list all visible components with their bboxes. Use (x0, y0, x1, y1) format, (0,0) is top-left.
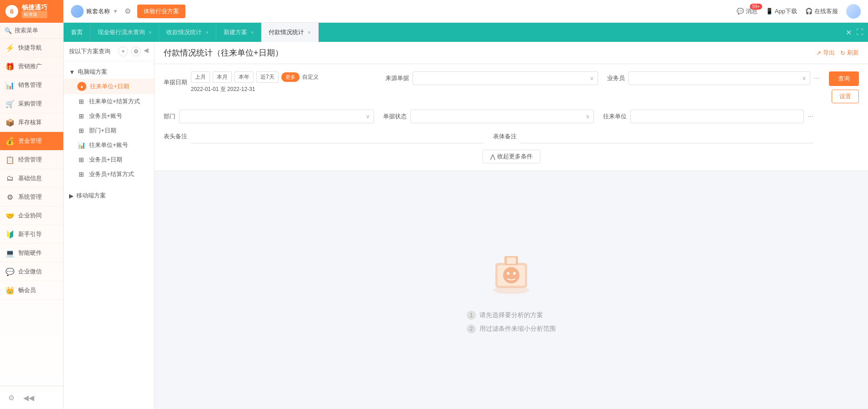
wechat-icon: 💬 (5, 267, 15, 276)
salesman-label: 业务员 (607, 74, 625, 82)
scheme-item-salesman-account[interactable]: ⊞ 业务员+账号 (64, 109, 154, 123)
date-more-btn[interactable]: 更多 (281, 72, 299, 82)
date-this-month-btn[interactable]: 本月 (213, 71, 232, 83)
date-custom-label[interactable]: 自定义 (302, 73, 319, 81)
tab-home[interactable]: 首页 (64, 23, 90, 42)
message-btn[interactable]: 💬 消息 99+ (737, 7, 758, 15)
tab-bank-flow-close-icon[interactable]: × (149, 30, 151, 35)
tab-payment-stats[interactable]: 付款情况统计 × (261, 23, 318, 42)
filter-settings-btn[interactable]: 设置 (832, 90, 859, 103)
scheme-collapse-icon[interactable]: ◀ (144, 46, 149, 56)
sidebar-item-finance[interactable]: 💰 资金管理 (0, 132, 63, 151)
doc-status-chevron-icon: ∨ (586, 113, 590, 120)
page-title: 付款情况统计（往来单位+日期） (164, 47, 283, 58)
tab-collection-label: 收款情况统计 (166, 28, 202, 36)
logo: 6 畅捷通巧 标准版 (0, 0, 63, 23)
sidebar-item-corp[interactable]: 🤝 企业协同 (0, 207, 63, 225)
collapse-label: 收起更多条件 (497, 152, 533, 161)
doc-status-select[interactable]: ∨ (410, 110, 594, 123)
dept-label: 部门 (164, 112, 175, 121)
scheme-table-icon: ⊞ (77, 112, 85, 120)
source-select[interactable]: ∨ (413, 71, 598, 85)
sidebar-item-operations[interactable]: 📋 经营管理 (0, 151, 63, 169)
sidebar-item-purchase[interactable]: 🛒 采购管理 (0, 95, 63, 113)
note-header-label: 表头备注 (164, 132, 187, 141)
note-header-input[interactable] (191, 130, 484, 143)
sidebar-item-hardware[interactable]: 💻 智能硬件 (0, 244, 63, 263)
sidebar-item-label: 销售管理 (18, 81, 42, 89)
query-btn[interactable]: 查询 (829, 71, 859, 86)
note-body-input[interactable] (520, 130, 813, 143)
account-selector[interactable]: 账套名称 ▼ (71, 5, 118, 18)
filter-note-body-item: 表体备注 (493, 130, 813, 143)
scheme-table-icon: ⊞ (77, 97, 85, 106)
scheme-settings-btn[interactable]: ⚙ (131, 46, 141, 56)
date-last-month-btn[interactable]: 上月 (191, 71, 210, 83)
sidebar-item-label: 资金管理 (18, 137, 42, 145)
topbar-gear-icon[interactable]: ⚙ (125, 7, 131, 15)
date-this-year-btn[interactable]: 本年 (234, 71, 254, 83)
sidebar-collapse-btn[interactable]: ◀◀ (22, 391, 35, 404)
try-industry-btn[interactable]: 体验行业方案 (137, 5, 185, 18)
user-avatar[interactable] (846, 4, 861, 19)
refresh-btn[interactable]: ↻ 刷新 (840, 49, 859, 57)
scheme-item-salesman-date[interactable]: ⊞ 业务员+日期 (64, 152, 154, 167)
dept-select[interactable]: ∨ (179, 110, 374, 123)
scheme-item-dept-date[interactable]: ⊞ 部门+日期 (64, 123, 154, 138)
app-download-btn[interactable]: 📱 App下载 (766, 7, 797, 15)
inventory-icon: 📦 (5, 118, 15, 127)
corp-icon: 🤝 (5, 211, 15, 220)
svg-point-3 (503, 267, 519, 283)
tab-payment-stats-close-icon[interactable]: × (308, 30, 310, 35)
tab-new-scheme-close-icon[interactable]: × (251, 30, 254, 35)
partner-more-icon[interactable]: ··· (808, 112, 813, 121)
tab-new-scheme[interactable]: 新建方案 × (216, 23, 261, 42)
online-service-btn[interactable]: 🎧 在线客服 (805, 7, 838, 15)
app-download-label: App下载 (775, 7, 797, 15)
sidebar-item-inventory[interactable]: 📦 库存核算 (0, 113, 63, 132)
partner-select[interactable] (630, 110, 804, 123)
sidebar-item-guide[interactable]: 🔰 新手引导 (0, 225, 63, 244)
tab-bank-flow[interactable]: 现金银行流水查询 × (90, 23, 159, 42)
scheme-item-salesman-settlement[interactable]: ⊞ 业务员+结算方式 (64, 167, 154, 182)
sidebar-settings-btn[interactable]: ⚙ (5, 391, 18, 404)
date-range-value: 2022-01-01 至 2022-12-31 (191, 86, 255, 93)
date-last-7days-btn[interactable]: 近7天 (256, 71, 279, 83)
empty-tip-2: 2 用过滤条件来缩小分析范围 (467, 324, 556, 333)
doc-status-label: 单据状态 (383, 112, 407, 121)
scheme-add-btn[interactable]: + (118, 46, 128, 56)
svg-point-5 (513, 272, 516, 275)
sidebar-item-marketing[interactable]: 🎁 营销推广 (0, 57, 63, 76)
sidebar-item-quick-nav[interactable]: ⚡ 快捷导航 (0, 39, 63, 57)
scheme-item-partner-settlement[interactable]: ⊞ 往来单位+结算方式 (64, 94, 154, 109)
tab-collection-stats[interactable]: 收款情况统计 × (159, 23, 216, 42)
sidebar-item-member[interactable]: 👑 畅会员 (0, 281, 63, 300)
scheme-item-partner-account[interactable]: 📊 往来单位+账号 (64, 138, 154, 152)
sidebar-item-label: 快捷导航 (18, 44, 42, 52)
marketing-icon: 🎁 (5, 62, 15, 71)
salesman-more-icon[interactable]: ··· (814, 74, 820, 82)
scheme-chart-icon: 📊 (77, 141, 85, 149)
scheme-group-mobile-header[interactable]: ▶ 移动端方案 (64, 189, 154, 202)
salesman-select[interactable]: ∨ (629, 71, 810, 85)
sidebar-item-system[interactable]: ⚙ 系统管理 (0, 188, 63, 207)
scheme-item-partner-date[interactable]: ● 往来单位+日期 (64, 79, 154, 94)
sidebar-item-label: 营销推广 (18, 62, 42, 71)
guide-icon: 🔰 (5, 230, 15, 239)
collapse-conditions-btn[interactable]: ⋀ 收起更多条件 (483, 150, 540, 163)
export-btn[interactable]: ↗ 导出 (816, 49, 835, 57)
scheme-group-desktop-header[interactable]: ▼ 电脑端方案 (64, 65, 154, 79)
message-badge: 99+ (750, 4, 762, 10)
filter-area: 单据日期 上月 本月 本年 近7天 更多 自定义 2022-01-01 至 20… (155, 64, 868, 171)
window-close-icon[interactable]: ✕ (846, 28, 852, 37)
sidebar-item-wechat[interactable]: 💬 企业微信 (0, 263, 63, 281)
sidebar-item-sales[interactable]: 📊 销售管理 (0, 76, 63, 95)
date-label: 单据日期 (164, 78, 187, 86)
filter-salesman-item: 业务员 ∨ ··· (607, 71, 820, 85)
window-maximize-icon[interactable]: ⛶ (856, 28, 863, 36)
sidebar-item-basic-info[interactable]: 🗂 基础信息 (0, 169, 63, 188)
partner-label: 往来单位 (603, 112, 627, 121)
tab-collection-close-icon[interactable]: × (205, 30, 208, 35)
dept-chevron-icon: ∨ (366, 113, 370, 120)
search-menu[interactable]: 🔍 搜索菜单 (0, 23, 63, 39)
